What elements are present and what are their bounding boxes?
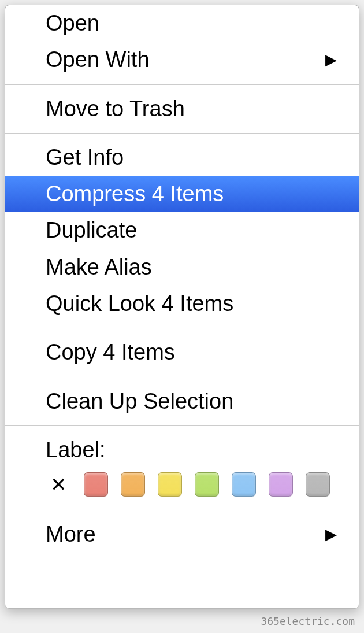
label-purple[interactable] [269,472,293,497]
menu-item-label: Copy 4 Items [46,338,175,367]
menu-item-label: Move to Trash [46,94,185,124]
menu-item-compress[interactable]: Compress 4 Items [5,176,359,212]
label-blue[interactable] [232,472,256,497]
watermark: 365electric.com [261,615,355,627]
menu-item-label: Open With [46,45,150,75]
menu-item-label: Quick Look 4 Items [46,289,233,319]
menu-item-label: Make Alias [46,253,152,282]
menu-item-label: More [46,520,96,549]
menu-item-duplicate[interactable]: Duplicate [5,212,359,249]
menu-item-more[interactable]: More [5,516,359,553]
menu-separator [5,84,359,85]
label-orange[interactable] [121,472,145,497]
menu-item-quick-look[interactable]: Quick Look 4 Items [5,286,359,322]
menu-separator [5,133,359,134]
label-gray[interactable] [306,472,330,497]
label-yellow[interactable] [158,472,182,497]
context-menu: Open Open With Move to Trash Get Info Co… [5,5,359,609]
label-red[interactable] [84,472,108,497]
menu-item-make-alias[interactable]: Make Alias [5,249,359,286]
label-header: Label: [5,432,359,468]
menu-item-copy[interactable]: Copy 4 Items [5,334,359,371]
label-header-text: Label: [46,438,106,462]
menu-item-clean-up[interactable]: Clean Up Selection [5,383,359,420]
label-clear[interactable]: ✕ [46,472,71,497]
menu-separator [5,425,359,426]
menu-item-label: Compress 4 Items [46,179,224,209]
label-green[interactable] [195,472,219,497]
menu-separator [5,377,359,377]
menu-item-label: Open [46,9,99,38]
menu-item-get-info[interactable]: Get Info [5,139,359,176]
menu-separator [5,510,359,510]
menu-item-move-to-trash[interactable]: Move to Trash [5,91,359,127]
menu-item-open[interactable]: Open [5,5,359,42]
label-swatches: ✕ [5,468,359,504]
menu-item-open-with[interactable]: Open With [5,42,359,78]
menu-item-label: Get Info [46,143,124,172]
menu-item-label: Duplicate [46,216,137,245]
menu-separator [5,328,359,328]
menu-item-label: Clean Up Selection [46,387,233,416]
